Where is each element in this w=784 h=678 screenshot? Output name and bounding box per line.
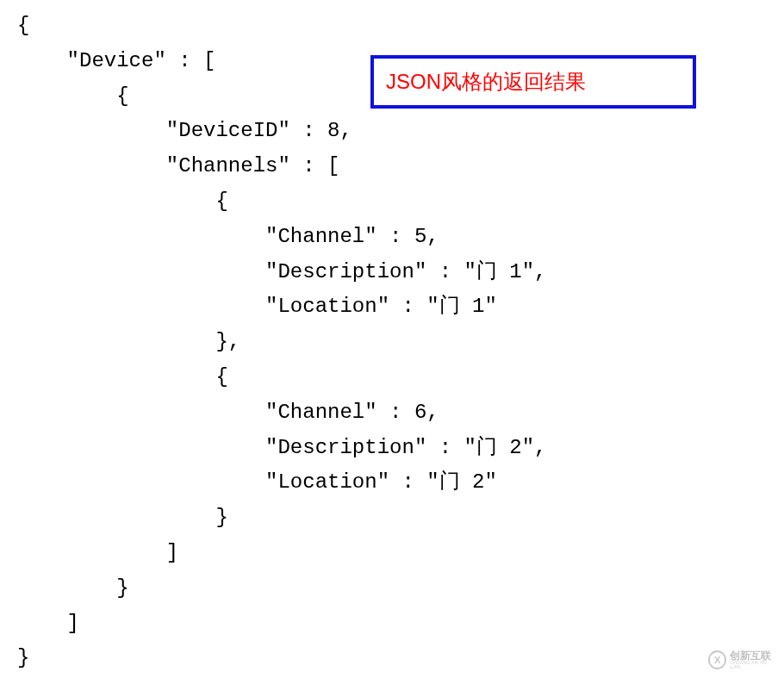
- code-line: }: [17, 576, 129, 600]
- json-code-block: { "Device" : [ { "DeviceID" : 8, "Channe…: [17, 9, 767, 676]
- code-line: ]: [17, 612, 79, 635]
- code-line: "Channel" : 6,: [17, 401, 439, 424]
- code-line: }: [17, 646, 29, 669]
- code-line: {: [17, 14, 29, 37]
- watermark-logo-icon: X: [708, 650, 726, 669]
- code-line: {: [17, 365, 228, 389]
- annotation-callout: JSON风格的返回结果: [370, 55, 696, 109]
- code-line: "Channels" : [: [17, 154, 339, 177]
- code-line: "DeviceID" : 8,: [17, 119, 352, 142]
- code-line: "Channel" : 5,: [17, 225, 439, 248]
- code-line: {: [17, 190, 228, 213]
- code-line: "Description" : "门 1",: [17, 260, 547, 283]
- code-line: },: [17, 330, 240, 353]
- code-line: "Location" : "门 2": [17, 470, 497, 494]
- watermark-sub-text: CHUANG XIN HU LIAN: [730, 661, 777, 669]
- code-line: "Description" : "门 2",: [17, 436, 547, 459]
- annotation-label: JSON风格的返回结果: [386, 68, 586, 96]
- code-line: "Device" : [: [17, 49, 215, 72]
- watermark-text-block: 创新互联 CHUANG XIN HU LIAN: [730, 650, 777, 669]
- code-line: "Location" : "门 1": [17, 295, 497, 318]
- code-line: ]: [17, 541, 178, 564]
- code-line: }: [17, 506, 228, 529]
- code-line: {: [17, 84, 129, 108]
- watermark: X 创新互联 CHUANG XIN HU LIAN: [708, 647, 777, 673]
